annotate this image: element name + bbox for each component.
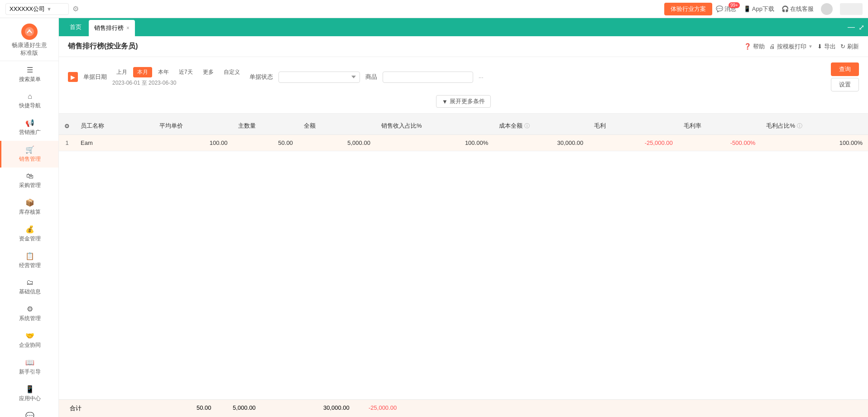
sidebar-item-search[interactable]: ☰ 搜索菜单 (0, 61, 58, 88)
table-header-row: ⚙ 员工名称 平均单价 主数量 全额 销售收入占比% 成本全额 ⓘ 毛利 毛利率 (59, 117, 868, 135)
message-badge: 99+ (729, 2, 740, 8)
search-menu-icon: ☰ (27, 66, 33, 74)
apps-icon: 📱 (25, 385, 34, 393)
settings-gear-icon[interactable]: ⚙ (72, 5, 79, 13)
cell-cost-amount: 30,000.00 (494, 135, 589, 151)
company-name: XXXXXX公司 (10, 5, 45, 13)
sidebar-item-collab[interactable]: 🤝 企业协同 (0, 327, 58, 354)
cell-gross: -25,000.00 (589, 135, 678, 151)
footer-avg-price (155, 404, 191, 412)
print-label: 按模板打印 (777, 43, 806, 51)
message-button[interactable]: 💬 消息 99+ (716, 5, 736, 13)
print-dropdown-icon: ▼ (808, 44, 813, 49)
user-name-placeholder (840, 3, 863, 15)
export-label: 导出 (824, 43, 836, 51)
query-button[interactable]: 查询 (831, 62, 859, 76)
date-tab-7days[interactable]: 近7天 (175, 67, 197, 77)
sidebar-item-purchase[interactable]: 🛍 采购管理 (0, 168, 58, 194)
tab-bar: 首页 销售排行榜 × — ⤢ (59, 18, 868, 36)
tab-home[interactable]: 首页 (62, 18, 89, 36)
status-select[interactable] (278, 72, 360, 83)
sidebar-item-wechat[interactable]: 💬 企业微信 (0, 407, 58, 417)
date-tabs: 上月 本月 本年 近7天 更多 自定义 (112, 67, 244, 77)
sidebar-item-operations[interactable]: 📋 经营管理 (0, 247, 58, 274)
print-button[interactable]: 🖨 按模板打印 ▼ (769, 43, 813, 51)
marketing-icon: 📢 (25, 119, 34, 127)
tab-close-icon[interactable]: × (126, 25, 129, 31)
sidebar-item-marketing[interactable]: 📢 营销推广 (0, 114, 58, 141)
gross-ratio-info-icon[interactable]: ⓘ (797, 123, 802, 129)
tab-maximize-button[interactable]: ⤢ (858, 23, 864, 32)
logo-svg (24, 27, 34, 37)
home-icon: ⌂ (28, 92, 32, 101)
refresh-icon: ↻ (840, 43, 845, 50)
goods-filter-label: 商品 (365, 73, 377, 81)
try-industry-button[interactable]: 体验行业方案 (664, 3, 712, 15)
expand-more-label: 展开更多条件 (450, 97, 485, 105)
export-button[interactable]: ⬇ 导出 (817, 43, 836, 51)
tab-label: 销售排行榜 (94, 24, 124, 32)
message-icon: 💬 (716, 5, 723, 12)
user-avatar[interactable] (821, 3, 833, 15)
filter-toggle-button[interactable]: ▶ (68, 72, 78, 82)
query-settings: 查询 设置 (831, 62, 859, 91)
sidebar-item-sales[interactable]: 🛒 销售管理 (0, 141, 58, 168)
col-avg-price: 平均单价 (154, 117, 233, 135)
col-cost-amount: 成本全额 ⓘ (494, 117, 589, 135)
tab-minimize-button[interactable]: — (848, 23, 855, 32)
print-icon: 🖨 (769, 43, 775, 50)
footer-cost-amount: 30,000.00 (318, 404, 363, 412)
help-icon: ❓ (744, 43, 751, 50)
sidebar-item-system[interactable]: ⚙ 系统管理 (0, 300, 58, 327)
date-tab-last-month[interactable]: 上月 (112, 67, 131, 77)
footer-row: 合计 50.00 5,000.00 30,000.00 -25,000.00 (64, 404, 863, 412)
phone-icon: 📱 (743, 5, 751, 12)
content-area: 首页 销售排行榜 × — ⤢ 销售排行榜(按业务员) ❓ 帮助 (59, 18, 868, 417)
wechat-icon: 💬 (25, 412, 34, 417)
date-tab-custom[interactable]: 自定义 (220, 67, 244, 77)
tab-bar-right: — ⤢ (848, 23, 864, 32)
online-support-button[interactable]: 🎧 在线客服 (782, 5, 814, 13)
sidebar-item-guide[interactable]: 📖 新手引导 (0, 354, 58, 380)
goods-more-icon[interactable]: ··· (479, 74, 484, 81)
company-selector[interactable]: XXXXXX公司 ▼ (5, 3, 69, 15)
app-download-button[interactable]: 📱 App下载 (743, 5, 774, 13)
headset-icon: 🎧 (782, 5, 789, 12)
col-gross-rate: 毛利率 (678, 117, 761, 135)
col-main-qty: 主数量 (233, 117, 298, 135)
help-label: 帮助 (753, 43, 765, 51)
filter-area: ▶ 单据日期 上月 本月 本年 近7天 更多 自定义 2023-06-01 至 … (59, 57, 868, 114)
date-tab-this-month[interactable]: 本月 (133, 67, 152, 77)
tab-sales-ranking[interactable]: 销售排行榜 × (89, 20, 135, 36)
cell-gross-rate: -500.00% (678, 135, 761, 151)
goods-input[interactable] (383, 72, 473, 83)
sales-icon: 🛒 (25, 145, 34, 154)
date-tab-more[interactable]: 更多 (199, 67, 218, 77)
help-button[interactable]: ❓ 帮助 (744, 43, 765, 51)
guide-icon: 📖 (25, 358, 34, 367)
sidebar-item-finance[interactable]: 💰 资金管理 (0, 220, 58, 247)
table-footer: 合计 50.00 5,000.00 30,000.00 -25,000.00 (59, 399, 868, 417)
cost-info-icon[interactable]: ⓘ (524, 123, 530, 129)
col-revenue-ratio: 销售收入占比% (376, 117, 494, 135)
col-settings-icon[interactable]: ⚙ (64, 123, 70, 129)
expand-more-button[interactable]: ▼ 展开更多条件 (436, 95, 491, 108)
top-bar: XXXXXX公司 ▼ ⚙ 体验行业方案 💬 消息 99+ 📱 App下载 🎧 在… (0, 0, 868, 18)
settings-button[interactable]: 设置 (831, 78, 859, 91)
col-employee: 员工名称 (75, 117, 154, 135)
page-actions: ❓ 帮助 🖨 按模板打印 ▼ ⬇ 导出 ↻ 刷新 (744, 43, 859, 51)
refresh-button[interactable]: ↻ 刷新 (840, 43, 859, 51)
date-tab-this-year[interactable]: 本年 (154, 67, 173, 77)
sidebar-item-inventory[interactable]: 📦 库存核算 (0, 194, 58, 220)
collab-icon: 🤝 (25, 331, 34, 340)
expand-row: ▼ 展开更多条件 (68, 95, 859, 108)
sidebar-item-apps[interactable]: 📱 应用中心 (0, 380, 58, 407)
sidebar-item-nav[interactable]: ⌂ 快捷导航 (0, 88, 58, 114)
col-gross-ratio: 毛利占比% ⓘ (761, 117, 868, 135)
sidebar-item-basic[interactable]: 🗂 基础信息 (0, 274, 58, 300)
sidebar-logo: 畅康通好生意 标准版 (0, 18, 58, 61)
system-icon: ⚙ (27, 305, 33, 313)
purchase-icon: 🛍 (26, 172, 34, 180)
footer-revenue-ratio (273, 404, 318, 412)
cell-employee: Eam (75, 135, 154, 151)
